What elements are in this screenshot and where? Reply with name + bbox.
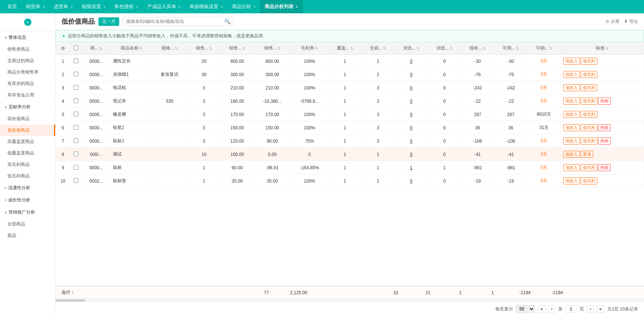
nav-close-list[interactable]: ×	[296, 4, 298, 9]
browse-link[interactable]: 0	[410, 152, 413, 157]
sidebar-item-low-value[interactable]: 低价值商品	[0, 125, 55, 136]
col-stock1[interactable]: 现有...⇅	[461, 42, 494, 55]
nav-close-template[interactable]: ×	[221, 4, 223, 9]
row-checkbox[interactable]	[74, 85, 78, 90]
sidebar-item-stock-goods[interactable]: 有库存的商品	[0, 78, 55, 89]
browse-link[interactable]: 1	[410, 165, 413, 170]
row-checkbox[interactable]	[74, 125, 78, 130]
col-s2[interactable]: 销售...⇅	[221, 42, 254, 55]
share-btn[interactable]: ⊙ 分享	[606, 18, 620, 25]
col-trade[interactable]: 交易...⇅	[362, 42, 395, 55]
nav-close-role[interactable]: ×	[136, 4, 138, 9]
col-s1[interactable]: 销售...⇅	[187, 42, 221, 55]
row-checkbox-cell[interactable]	[71, 161, 82, 174]
sidebar-section-contribution[interactable]: ∨ 贡献率分析	[0, 101, 55, 113]
col-name[interactable]: 商品名称⇅	[111, 42, 152, 55]
col-s3[interactable]: 销售...⇅	[254, 42, 291, 55]
row-checkbox[interactable]	[74, 58, 78, 63]
row-browse1[interactable]: 0	[395, 121, 428, 135]
row-checkbox-cell[interactable]	[71, 95, 82, 108]
browse-link[interactable]: 0	[410, 179, 413, 184]
row-browse1[interactable]: 0	[395, 95, 428, 108]
row-browse1[interactable]: 0	[395, 148, 428, 161]
search-input[interactable]	[126, 19, 223, 24]
browse-link[interactable]: 0	[410, 112, 413, 117]
page-size-select[interactable]: 50 20 100	[516, 305, 535, 313]
sidebar-item-new-goods[interactable]: 新品	[0, 230, 55, 241]
sidebar-item-low-margin[interactable]: 低毛利商品	[0, 170, 55, 182]
col-checkbox-all[interactable]	[71, 42, 82, 55]
nav-home[interactable]: 首页	[3, 0, 21, 13]
nav-analysis-list[interactable]: 商品分析列表 ×	[260, 0, 302, 13]
col-stock2[interactable]: 可用...⇅	[494, 42, 527, 55]
sidebar-item-high-value[interactable]: 高价值商品	[0, 113, 55, 125]
col-code[interactable]: 商...⇅	[82, 42, 111, 55]
page-input[interactable]	[566, 305, 577, 313]
row-checkbox-cell[interactable]	[71, 108, 82, 121]
row-checkbox[interactable]	[74, 112, 78, 116]
col-browse1[interactable]: 浏览...⇅	[395, 42, 428, 55]
sidebar-item-traded-goods[interactable]: 交易过的商品	[0, 55, 55, 67]
nav-product-analysis[interactable]: 商品分析 ×	[228, 0, 260, 13]
row-checkbox[interactable]	[74, 165, 78, 170]
sidebar-section-marketing[interactable]: ∨ 营销推广分析	[0, 206, 55, 218]
sidebar-collapse-btn[interactable]: «	[24, 18, 31, 26]
col-gross[interactable]: 毛利率⇅	[291, 42, 328, 55]
row-browse1[interactable]: 0	[395, 68, 428, 81]
row-checkbox-cell[interactable]	[71, 121, 82, 135]
sidebar-item-sales-goods[interactable]: 销售类商品	[0, 44, 55, 55]
row-checkbox-cell[interactable]	[71, 135, 82, 148]
nav-purchase[interactable]: 进货单 ×	[49, 0, 77, 13]
browse-link[interactable]: 0	[410, 59, 413, 64]
col-settings[interactable]: ⚙	[56, 42, 71, 55]
col-spec[interactable]: 规格...⇅	[152, 42, 187, 55]
row-checkbox-cell[interactable]	[71, 55, 82, 68]
row-checkbox[interactable]	[74, 152, 78, 156]
row-browse1[interactable]: 0	[395, 174, 428, 188]
row-checkbox-cell[interactable]	[71, 174, 82, 188]
row-checkbox-cell[interactable]	[71, 81, 82, 95]
nav-sales-order[interactable]: 销货单 ×	[21, 0, 49, 13]
export-btn[interactable]: ⬆ 导出	[624, 18, 638, 25]
first-page-btn[interactable]: «	[538, 305, 546, 313]
sidebar-section-liquidity[interactable]: > 流通性分析	[0, 182, 55, 194]
row-checkbox-cell[interactable]	[71, 148, 82, 161]
row-browse1[interactable]: 0	[395, 108, 428, 121]
row-browse1[interactable]: 0	[395, 135, 428, 148]
prev-page-btn[interactable]: ‹	[549, 305, 555, 313]
sidebar-item-all-goods[interactable]: 全部商品	[0, 218, 55, 230]
browse-link[interactable]: 0	[410, 125, 413, 130]
row-checkbox[interactable]	[74, 98, 78, 103]
nav-close-permissions[interactable]: ×	[103, 4, 105, 9]
col-days[interactable]: 可销...⇅	[527, 42, 561, 55]
browse-link[interactable]: 0	[410, 72, 413, 77]
nav-role-auth[interactable]: 角色授权 ×	[110, 0, 142, 13]
sidebar-section-growth[interactable]: > 成长性分析	[0, 194, 55, 206]
row-checkbox[interactable]	[74, 72, 78, 77]
sidebar-item-high-margin[interactable]: 高毛利商品	[0, 159, 55, 170]
sidebar-item-category-rate[interactable]: 商品分类销售率	[0, 67, 55, 78]
select-all-checkbox[interactable]	[74, 45, 78, 50]
nav-close-analysis[interactable]: ×	[254, 4, 256, 9]
sidebar-item-high-coverage[interactable]: 高覆盖度商品	[0, 136, 55, 147]
search-icon[interactable]: 🔍	[224, 18, 231, 24]
nav-template-settings[interactable]: 单据模板设置 ×	[185, 0, 227, 13]
next-page-btn[interactable]: ›	[587, 305, 594, 313]
col-tags[interactable]: 标签⇅	[560, 42, 644, 55]
sidebar-item-low-coverage[interactable]: 低覆盖度商品	[0, 147, 55, 159]
sidebar-item-stock-capital[interactable]: 库存资金占用	[0, 89, 55, 101]
col-browse2[interactable]: 浏览...⇅	[428, 42, 461, 55]
last-page-btn[interactable]: »	[597, 305, 604, 313]
row-browse1[interactable]: 0	[395, 81, 428, 95]
row-checkbox[interactable]	[74, 138, 78, 143]
nav-close-sales[interactable]: ×	[43, 4, 45, 9]
nav-close-purchase[interactable]: ×	[70, 4, 73, 9]
row-checkbox-cell[interactable]	[71, 68, 82, 81]
browse-link[interactable]: 0	[410, 139, 413, 144]
nav-close-storage[interactable]: ×	[178, 4, 181, 9]
row-checkbox[interactable]	[74, 178, 78, 183]
browse-link[interactable]: 0	[410, 85, 413, 91]
row-browse1[interactable]: 1	[395, 161, 428, 174]
nav-permissions[interactable]: 权限设置 ×	[77, 0, 110, 13]
browse-link[interactable]: 0	[410, 99, 413, 104]
